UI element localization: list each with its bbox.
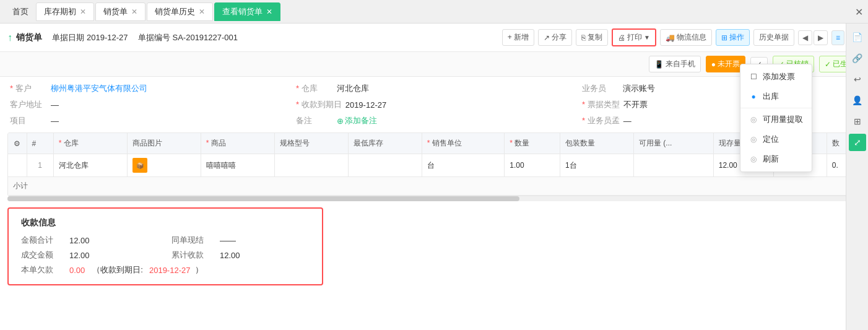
tab-home-label: 首页	[12, 6, 28, 17]
col-qty: 数量	[505, 133, 560, 154]
staff2-field: 业务员孟 —	[582, 115, 858, 126]
logistics-label: 物流信息	[677, 32, 706, 43]
ticket-label: 票据类型	[582, 99, 620, 110]
tab-sales-history[interactable]: 销货单历史 ✕	[147, 2, 213, 21]
sidebar-link-icon[interactable]: 🔗	[849, 50, 866, 67]
window-close-button[interactable]: ✕	[855, 6, 863, 17]
deal-label: 成交金额	[21, 250, 64, 261]
history-label: 历史单据	[759, 32, 789, 43]
warehouse-field: 仓库 河北仓库	[296, 83, 572, 94]
next-button[interactable]: ▶	[814, 30, 828, 45]
owed-date: 2019-12-27	[149, 266, 191, 275]
staff-label: 业务员	[582, 83, 619, 94]
toolbar-row: 📱 来自手机 ● 未开票 ✓ ✓ 已核销 ✓ 已生效	[0, 52, 868, 77]
project-label: 项目	[10, 115, 47, 126]
tab-sales[interactable]: 销货单 ✕	[95, 2, 145, 21]
form-section: 客户 柳州粤港平安气体有限公司 仓库 河北仓库 业务员 演示账号 客户地址 — …	[0, 77, 868, 132]
sidebar-grid-icon[interactable]: ⊞	[849, 113, 866, 130]
row-settings	[8, 154, 27, 177]
tab-sales-history-close[interactable]: ✕	[199, 7, 205, 16]
logistics-button[interactable]: 🚚 物流信息	[660, 29, 712, 46]
doc-date-meta: 单据日期 2019-12-27	[52, 32, 128, 43]
note-field: 备注 ⊕ 添加备注	[296, 115, 572, 126]
staff-field: 业务员 演示账号	[582, 83, 858, 94]
sidebar-user-icon[interactable]: 👤	[849, 92, 866, 109]
list-view-button[interactable]: ≡	[831, 30, 844, 45]
col-available: 可用量 (...	[634, 133, 714, 154]
sidebar-return-icon[interactable]: ↩	[849, 71, 866, 88]
doc-date-label: 单据日期	[52, 32, 84, 43]
print-label: 打印	[627, 32, 642, 43]
tab-sales-close[interactable]: ✕	[131, 7, 137, 16]
prev-button[interactable]: ◀	[798, 30, 812, 45]
dropdown-refresh[interactable]: ◎ 刷新	[740, 149, 812, 169]
row-warehouse: 河北仓库	[53, 154, 127, 177]
staff-value: 演示账号	[623, 83, 655, 94]
copy-icon: ⎘	[581, 33, 586, 42]
tab-sales-label: 销货单	[103, 6, 128, 17]
doc-number-value: SA-20191227-001	[173, 33, 238, 42]
from-phone-button[interactable]: 📱 来自手机	[649, 56, 701, 72]
col-min-stock: 最低库存	[348, 133, 422, 154]
ticket-value: 不开票	[623, 99, 648, 110]
subtotal-row: 小计	[8, 177, 860, 196]
add-invoice-label: 添加发票	[763, 71, 795, 82]
row-num: 1	[27, 154, 53, 177]
add-note-button[interactable]: ⊕ 添加备注	[337, 115, 377, 126]
col-pack-qty: 包装数量	[560, 133, 634, 154]
project-field: 项目 —	[10, 115, 286, 126]
horizontal-scrollbar[interactable]	[7, 196, 861, 201]
tab-view-sales-close[interactable]: ✕	[266, 7, 272, 16]
staff2-value: —	[623, 116, 631, 126]
payment-title: 收款信息	[21, 217, 310, 228]
row-min-stock	[348, 154, 422, 177]
dropdown-locate[interactable]: ◎ 定位	[740, 129, 812, 149]
row-spec	[274, 154, 348, 177]
effective-check-icon: ✓	[825, 60, 831, 69]
tab-home[interactable]: 首页	[5, 2, 36, 21]
share-button[interactable]: ↗ 分享	[538, 29, 572, 46]
payment-grid: 金额合计 12.00 同单现结 —— 成交金额 12.00 累计收款 12.00	[21, 235, 310, 276]
operate-button[interactable]: ⊞ 操作	[716, 29, 750, 46]
sidebar-expand-icon[interactable]: ⤢	[849, 134, 866, 151]
operate-icon: ⊞	[721, 33, 727, 42]
available-extract-label: 可用量提取	[763, 114, 803, 125]
address-field: 客户地址 —	[10, 99, 286, 110]
customer-value[interactable]: 柳州粤港平安气体有限公司	[51, 83, 147, 94]
row-image: 📦	[127, 154, 201, 177]
tab-inventory-label: 库存期初	[44, 6, 76, 17]
dropdown-warehouse-out[interactable]: ● 出库	[740, 87, 812, 106]
cumulative-value: 12.00	[220, 251, 240, 260]
sidebar-doc-icon[interactable]: 📄	[849, 28, 866, 46]
print-button[interactable]: 🖨 打印 ▼	[612, 28, 656, 46]
doc-number-label: 单据编号	[138, 32, 170, 43]
available-extract-icon: ◎	[749, 115, 758, 124]
col-unit: 销售单位	[422, 133, 505, 154]
col-settings[interactable]: ⚙	[8, 133, 27, 154]
col-num: #	[27, 133, 53, 154]
address-label: 客户地址	[10, 99, 47, 110]
new-button[interactable]: + 新增	[502, 29, 534, 46]
scroll-thumb	[7, 196, 519, 201]
tab-inventory-close[interactable]: ✕	[80, 7, 86, 16]
from-phone-label: 来自手机	[666, 59, 695, 69]
warehouse-value: 河北仓库	[337, 83, 369, 94]
same-order-row: 同单现结 ——	[171, 235, 310, 246]
not-open-icon: ●	[711, 60, 716, 69]
dropdown-available-extract[interactable]: ◎ 可用量提取	[740, 110, 812, 129]
product-image: 📦	[132, 158, 147, 173]
tab-inventory[interactable]: 库存期初 ✕	[36, 2, 94, 21]
same-order-label: 同单现结	[171, 235, 215, 246]
owed-detail: 本单欠款 0.00 （收款到期日: 2019-12-27 ）	[21, 264, 310, 276]
tab-view-sales[interactable]: 查看销货单 ✕	[214, 2, 280, 21]
main-content: ↑ 销货单 单据日期 2019-12-27 单据编号 SA-20191227-0…	[0, 24, 868, 330]
row-available	[634, 154, 714, 177]
row-unit: 台	[422, 154, 505, 177]
copy-button[interactable]: ⎘ 复制	[576, 29, 608, 46]
doc-title: ↑ 销货单	[7, 32, 42, 43]
add-invoice-icon: ☐	[749, 72, 758, 81]
logistics-icon: 🚚	[666, 33, 675, 42]
history-button[interactable]: 历史单据	[753, 29, 794, 46]
dropdown-add-invoice[interactable]: ☐ 添加发票	[740, 67, 812, 87]
col-product: 商品	[201, 133, 274, 154]
